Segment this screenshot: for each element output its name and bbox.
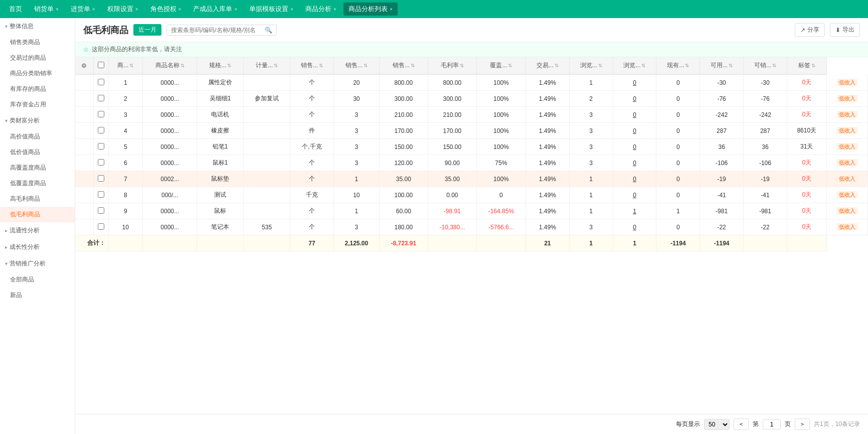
sidebar-group-marketing[interactable]: ▾ 营销推广分析	[0, 255, 75, 272]
sidebar-group-overall[interactable]: ▾ 整体信息	[0, 18, 75, 35]
sidebar-group-growth[interactable]: ▸ 成长性分析	[0, 239, 75, 255]
search-input[interactable]	[171, 27, 262, 34]
th-sales-price[interactable]: 销售...⇅	[333, 57, 379, 74]
sort-icon[interactable]: ⇅	[772, 63, 776, 68]
sidebar-item-category-rate[interactable]: 商品分类助销率	[0, 66, 75, 81]
nav-purchase-order[interactable]: 进货单 ×	[66, 3, 100, 16]
page-number-input[interactable]	[763, 419, 781, 429]
row-checkbox[interactable]	[98, 111, 104, 117]
cell-sales-qty: 30	[333, 91, 379, 107]
sort-icon[interactable]: ⇅	[641, 63, 645, 68]
sidebar-item-stock-capital[interactable]: 库存资金占用	[0, 97, 75, 112]
per-page-select[interactable]: 50 20 100	[704, 419, 730, 430]
cell-transaction: 3	[569, 107, 613, 123]
sidebar-item-high-coverage[interactable]: 高覆盖度商品	[0, 160, 75, 176]
table-container[interactable]: ⚙ 商...⇅ 商品名称⇅ 规格...⇅ 计量...⇅ 销售...⇅ 销售...…	[75, 57, 868, 414]
sidebar-item-high-value[interactable]: 高价值商品	[0, 129, 75, 144]
export-icon: ⬇	[835, 27, 840, 34]
header-actions: ↗ 分享 ⬇ 导出	[795, 23, 860, 37]
close-icon[interactable]: ×	[333, 7, 336, 12]
th-transaction[interactable]: 交易...⇅	[526, 57, 569, 74]
sidebar-item-low-coverage[interactable]: 低覆盖度商品	[0, 176, 75, 191]
sidebar-item-in-stock[interactable]: 有库存的商品	[0, 81, 75, 97]
close-icon[interactable]: ×	[92, 7, 95, 12]
sidebar-item-low-value[interactable]: 低价值商品	[0, 144, 75, 160]
sort-icon[interactable]: ⇅	[319, 63, 323, 68]
search-icon[interactable]: 🔍	[265, 27, 272, 34]
th-browse2[interactable]: 浏览...⇅	[613, 57, 656, 74]
cell-unit: 千克	[290, 187, 334, 203]
sidebar-item-high-margin[interactable]: 高毛利商品	[0, 191, 75, 207]
row-checkbox[interactable]	[98, 127, 104, 133]
sort-icon[interactable]: ⇅	[729, 63, 733, 68]
cell-current-stock: -22	[700, 219, 744, 235]
prev-page-button[interactable]: ＜	[734, 418, 749, 430]
cell-available: 287	[744, 123, 787, 139]
sort-icon[interactable]: ⇅	[555, 63, 559, 68]
cell-name: 鼠标垫	[197, 171, 244, 187]
nav-roles[interactable]: 角色授权 ×	[145, 3, 187, 16]
sidebar-item-sales-products[interactable]: 销售类商品	[0, 35, 75, 50]
row-checkbox[interactable]	[98, 175, 104, 182]
sort-icon[interactable]: ⇅	[460, 63, 464, 68]
sidebar-group-flow[interactable]: ▸ 流通性分析	[0, 222, 75, 239]
close-icon[interactable]: ×	[390, 7, 393, 12]
sort-icon[interactable]: ⇅	[508, 63, 512, 68]
row-checkbox[interactable]	[98, 223, 104, 230]
close-icon[interactable]: ×	[135, 7, 138, 12]
sort-icon[interactable]: ⇅	[598, 63, 602, 68]
nav-home[interactable]: 首页	[4, 3, 27, 16]
row-checkbox[interactable]	[98, 207, 104, 214]
th-settings[interactable]: ⚙	[75, 57, 93, 74]
th-sales-amount[interactable]: 销售...⇅	[379, 57, 428, 74]
sidebar-item-traded-products[interactable]: 交易过的商品	[0, 50, 75, 66]
date-filter-button[interactable]: 近一月	[133, 24, 161, 36]
th-code[interactable]: 商...⇅	[108, 57, 143, 74]
th-available[interactable]: 可用...⇅	[700, 57, 744, 74]
cell-tag: 低收入	[826, 123, 867, 139]
sort-icon[interactable]: ⇅	[685, 63, 689, 68]
sidebar-item-new-products[interactable]: 新品	[0, 287, 75, 303]
cell-browse2: 0	[656, 123, 700, 139]
sort-icon[interactable]: ⇅	[227, 63, 231, 68]
th-tag[interactable]: 标签⇅	[787, 57, 826, 74]
nav-product-analysis[interactable]: 商品分析 ×	[300, 3, 341, 16]
sort-icon[interactable]: ⇅	[811, 63, 815, 68]
th-current-stock[interactable]: 现有...⇅	[656, 57, 700, 74]
row-checkbox[interactable]	[98, 159, 104, 166]
next-page-button[interactable]: ＞	[795, 418, 810, 430]
nav-sales-order[interactable]: 销货单 ×	[29, 3, 64, 16]
select-all-checkbox[interactable]	[98, 62, 104, 68]
sort-icon[interactable]: ⇅	[364, 63, 368, 68]
sort-icon[interactable]: ⇅	[411, 63, 415, 68]
row-checkbox[interactable]	[98, 79, 104, 85]
close-icon[interactable]: ×	[290, 7, 293, 12]
sort-icon[interactable]: ⇅	[129, 63, 133, 68]
sidebar-item-low-margin[interactable]: 低毛利商品	[0, 207, 75, 222]
th-coverage[interactable]: 覆盖...⇅	[476, 57, 526, 74]
th-check[interactable]	[93, 57, 108, 74]
sort-icon[interactable]: ⇅	[274, 63, 278, 68]
sidebar-group-wealth[interactable]: ▾ 类财富分析	[0, 112, 75, 129]
close-icon[interactable]: ×	[179, 7, 182, 12]
th-browse1[interactable]: 浏览...⇅	[569, 57, 613, 74]
nav-permissions[interactable]: 权限设置 ×	[102, 3, 143, 16]
close-icon[interactable]: ×	[234, 7, 237, 12]
th-gross-rate[interactable]: 毛利率⇅	[428, 57, 476, 74]
sort-icon[interactable]: ⇅	[181, 63, 185, 68]
row-checkbox[interactable]	[98, 143, 104, 150]
export-button[interactable]: ⬇ 导出	[830, 23, 860, 37]
close-icon[interactable]: ×	[56, 7, 59, 12]
th-name[interactable]: 商品名称⇅	[143, 57, 197, 74]
nav-template-settings[interactable]: 单据模板设置 ×	[244, 3, 298, 16]
th-saleable[interactable]: 可销...⇅	[744, 57, 787, 74]
share-button[interactable]: ↗ 分享	[795, 23, 825, 37]
sidebar-item-all-products[interactable]: 全部商品	[0, 272, 75, 287]
row-checkbox[interactable]	[98, 191, 104, 198]
th-unit[interactable]: 计量...⇅	[244, 57, 290, 74]
nav-product-analysis-list[interactable]: 商品分析列表 ×	[343, 3, 398, 16]
nav-product-entry[interactable]: 产成品入库单 ×	[188, 3, 242, 16]
th-spec[interactable]: 规格...⇅	[197, 57, 244, 74]
row-checkbox[interactable]	[98, 95, 104, 101]
th-sales-qty[interactable]: 销售...⇅	[290, 57, 334, 74]
